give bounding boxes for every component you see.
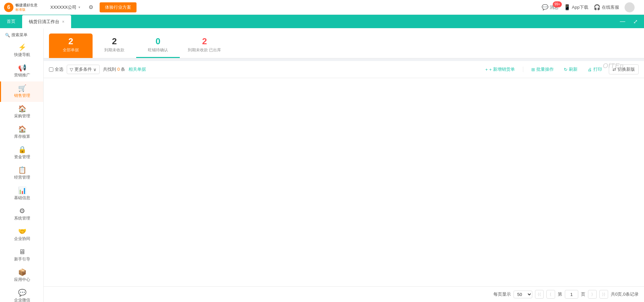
stat-label-wangpu: 旺铺待确认: [144, 47, 172, 53]
page-prev-button[interactable]: ⟨: [546, 290, 555, 299]
sidebar-item-operations[interactable]: 📋 经营管理: [0, 163, 43, 184]
sidebar-item-finance[interactable]: 🔒 资金管理: [0, 143, 43, 163]
basic-info-icon: 📊: [18, 187, 26, 194]
page-last-button[interactable]: ⟩⟩: [599, 290, 608, 299]
stat-number-wangpu: 0: [144, 36, 172, 47]
sidebar-item-label: 新手引导: [14, 256, 30, 262]
tab-close-icon[interactable]: ×: [62, 19, 64, 24]
messages-button[interactable]: 💬 消息 99+: [542, 4, 558, 10]
divider: [523, 67, 523, 72]
guide-icon: 🖥: [19, 248, 25, 255]
logo-text: 畅捷通好生意 标准版: [15, 3, 38, 12]
sidebar-item-system[interactable]: ⚙ 系统管理: [0, 204, 43, 225]
app-center-icon: 📦: [18, 269, 26, 276]
refresh-button[interactable]: ↻ 刷新: [560, 65, 581, 74]
sales-icon: 🛒: [18, 85, 26, 92]
per-page-label: 每页显示: [493, 291, 511, 297]
tab-bar: 首页 钱货日清工作台 × — ⤢: [0, 15, 644, 28]
stat-tab-overdue[interactable]: 2 到期未收款: [93, 34, 136, 58]
trial-button[interactable]: 体验行业方案: [100, 2, 137, 12]
print-icon: 🖨: [588, 67, 592, 72]
stat-label-all: 全部单据: [57, 47, 85, 53]
sidebar-item-basic-info[interactable]: 📊 基础信息: [0, 184, 43, 204]
page-first-button[interactable]: ⟨⟨: [535, 290, 544, 299]
add-order-button[interactable]: + 新增销货单: [482, 65, 518, 74]
sidebar-item-quick-nav[interactable]: ⚡ 快捷导航: [0, 41, 43, 61]
print-button[interactable]: 🖨 打印: [584, 65, 605, 74]
system-icon: ⚙: [19, 207, 25, 214]
sidebar-item-label: 库存核算: [14, 134, 30, 139]
page-total: 共0页,0条记录: [611, 291, 639, 297]
select-all-input[interactable]: [49, 67, 53, 72]
search-icon: 🔍: [5, 33, 10, 38]
finance-icon: 🔒: [18, 146, 26, 153]
toolbar: 全选 ▽ 更多条件 ∨ 共找到 0 条 相关单据 + 新增销货单: [44, 61, 644, 78]
sidebar-item-label: 企业微信: [14, 297, 30, 302]
app-download-label: App下载: [572, 4, 588, 10]
quick-nav-icon: ⚡: [18, 44, 26, 51]
batch-operation-button[interactable]: ⊞ 批量操作: [528, 65, 557, 74]
purchase-icon: 🏠: [18, 105, 26, 112]
select-all-checkbox[interactable]: 全选: [49, 66, 63, 72]
table-area: [44, 78, 644, 286]
sidebar-item-sales[interactable]: 🛒 销售管理: [0, 81, 43, 102]
sidebar-item-label: 系统管理: [14, 216, 30, 221]
sidebar-item-cooperation[interactable]: 🤝 企业协同: [0, 225, 43, 245]
search-menu-item[interactable]: 🔍 搜索菜单: [0, 29, 43, 41]
switch-icon: ⇄: [612, 67, 616, 72]
stat-tab-wangpu[interactable]: 0 旺铺待确认: [136, 34, 180, 58]
stat-tab-shipped[interactable]: 2 到期未收款 已出库: [180, 34, 229, 58]
company-selector[interactable]: XXXXXX公司 ▾: [48, 3, 83, 12]
online-service-button[interactable]: 🎧 在线客服: [594, 4, 619, 10]
page-number-input[interactable]: [565, 290, 578, 299]
stat-number-all: 2: [57, 36, 85, 47]
cooperation-icon: 🤝: [18, 228, 26, 235]
page-size-select[interactable]: 50 100 200: [514, 291, 532, 298]
sidebar-item-label: 应用中心: [14, 277, 30, 283]
tab-active[interactable]: 钱货日清工作台 ×: [22, 15, 71, 28]
sidebar-item-label: 营销推广: [14, 72, 30, 78]
refresh-icon: ↻: [564, 67, 568, 72]
messages-badge: 99+: [553, 1, 562, 7]
sidebar-item-purchase[interactable]: 🏠 采购管理: [0, 102, 43, 122]
sidebar-item-guide[interactable]: 🖥 新手引导: [0, 245, 43, 265]
found-text: 共找到 0 条: [103, 66, 125, 72]
tab-bar-right: — ⤢: [618, 17, 644, 26]
sidebar-item-marketing[interactable]: 📢 营销推广: [0, 61, 43, 81]
stat-tab-all[interactable]: 2 全部单据: [49, 34, 93, 58]
app-download-button[interactable]: 📱 App下载: [564, 4, 588, 10]
toolbar-left: 全选 ▽ 更多条件 ∨ 共找到 0 条 相关单据: [49, 65, 478, 74]
sidebar-item-wechat[interactable]: 💬 企业微信: [0, 286, 43, 302]
stat-number-overdue: 2: [101, 36, 128, 47]
settings-button[interactable]: ⚙: [86, 3, 96, 12]
sidebar-item-app-center[interactable]: 📦 应用中心: [0, 265, 43, 286]
sidebar-item-label: 快捷导航: [14, 52, 30, 58]
add-icon: +: [489, 67, 492, 72]
logo-area: 6 畅捷通好生意 标准版: [4, 3, 48, 12]
sidebar-item-label: 企业协同: [14, 236, 30, 242]
page-next-button[interactable]: ⟩: [588, 290, 597, 299]
tab-expand-button[interactable]: ⤢: [631, 17, 640, 26]
stat-label-overdue: 到期未收款: [101, 47, 128, 53]
page-suffix: 页: [581, 291, 585, 297]
sidebar-item-inventory[interactable]: 🏠 库存核算: [0, 122, 43, 143]
main-layout: 🔍 搜索菜单 ⚡ 快捷导航 📢 营销推广 🛒 销售管理 🏠 采购管理 🏠 库存核…: [0, 28, 644, 302]
stats-tabs: 2 全部单据 2 到期未收款 0 旺铺待确认 2 到期未收款 已出库: [44, 28, 644, 58]
service-icon: 🎧: [594, 4, 600, 10]
pagination: 每页显示 50 100 200 ⟨⟨ ⟨ 第 页 ⟩ ⟩⟩ 共0页,0条记录: [44, 286, 644, 302]
related-records-link[interactable]: 相关单据: [128, 66, 146, 72]
filter-button[interactable]: ▽ 更多条件 ∨: [67, 65, 100, 74]
sidebar: 🔍 搜索菜单 ⚡ 快捷导航 📢 营销推广 🛒 销售管理 🏠 采购管理 🏠 库存核…: [0, 28, 44, 302]
tab-minimize-button[interactable]: —: [618, 17, 627, 26]
switch-version-button[interactable]: ⇄ 切换新版: [609, 64, 639, 74]
wechat-icon: 💬: [18, 289, 26, 296]
inventory-icon: 🏠: [18, 126, 26, 132]
empty-state: [44, 78, 644, 286]
chevron-down-icon: ▾: [78, 5, 80, 9]
page-label: 第: [558, 291, 562, 297]
tab-home[interactable]: 首页: [0, 15, 22, 28]
download-icon: 📱: [564, 4, 571, 10]
sidebar-item-label: 经营管理: [14, 175, 30, 180]
avatar[interactable]: [625, 2, 635, 12]
online-service-label: 在线客服: [602, 4, 619, 10]
